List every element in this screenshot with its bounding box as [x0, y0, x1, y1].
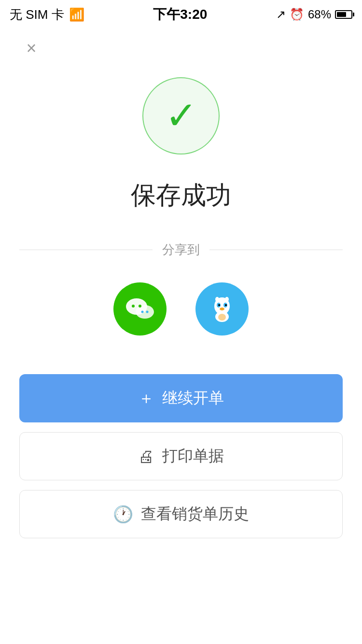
wechat-share-button[interactable]: [113, 282, 167, 336]
continue-order-button[interactable]: ＋ 继续开单: [19, 374, 343, 422]
share-divider: 分享到: [0, 241, 362, 258]
success-title: 保存成功: [131, 179, 231, 212]
share-label: 分享到: [162, 241, 200, 258]
svg-point-3: [139, 305, 141, 308]
history-label: 查看销货单历史: [141, 504, 249, 525]
svg-point-11: [220, 308, 224, 310]
plus-icon: ＋: [138, 387, 154, 409]
status-left: 无 SIM 卡 📶: [10, 6, 84, 23]
svg-point-10: [225, 304, 227, 306]
alarm-icon: ⏰: [290, 8, 304, 21]
history-button[interactable]: 🕐 查看销货单历史: [19, 490, 343, 538]
battery-percent: 68%: [308, 8, 331, 21]
location-icon: ↗: [276, 8, 286, 21]
svg-point-5: [146, 310, 148, 313]
status-bar: 无 SIM 卡 📶 下午3:20 ↗ ⏰ 68%: [0, 0, 362, 29]
clock-icon: 🕐: [113, 504, 133, 524]
print-button[interactable]: 🖨 打印单据: [19, 432, 343, 480]
status-right: ↗ ⏰ 68%: [276, 8, 352, 21]
battery-icon: [335, 10, 352, 19]
continue-order-label: 继续开单: [162, 388, 224, 409]
wifi-icon: 📶: [69, 7, 84, 22]
qq-svg-icon: [207, 294, 238, 325]
svg-point-13: [218, 314, 226, 321]
svg-point-2: [132, 305, 135, 308]
close-icon: ×: [26, 40, 36, 57]
svg-point-4: [141, 310, 143, 313]
actions-container: ＋ 继续开单 🖨 打印单据 🕐 查看销货单历史: [0, 374, 362, 538]
share-icons-container: [113, 282, 249, 336]
checkmark-icon: ✓: [165, 97, 197, 135]
status-time: 下午3:20: [153, 5, 207, 24]
wechat-svg-icon: [125, 296, 156, 322]
divider-line-left: [19, 250, 153, 250]
print-label: 打印单据: [162, 446, 224, 467]
printer-icon: 🖨: [138, 447, 154, 466]
svg-point-14: [215, 297, 219, 302]
svg-point-15: [225, 297, 229, 302]
svg-point-9: [218, 304, 220, 306]
qq-share-button[interactable]: [195, 282, 249, 336]
divider-line-right: [209, 250, 343, 250]
close-button[interactable]: ×: [19, 36, 43, 60]
svg-point-1: [136, 305, 154, 319]
main-content: ✓ 保存成功 分享到: [0, 29, 362, 538]
sim-text: 无 SIM 卡: [10, 6, 64, 23]
success-circle: ✓: [142, 77, 220, 154]
